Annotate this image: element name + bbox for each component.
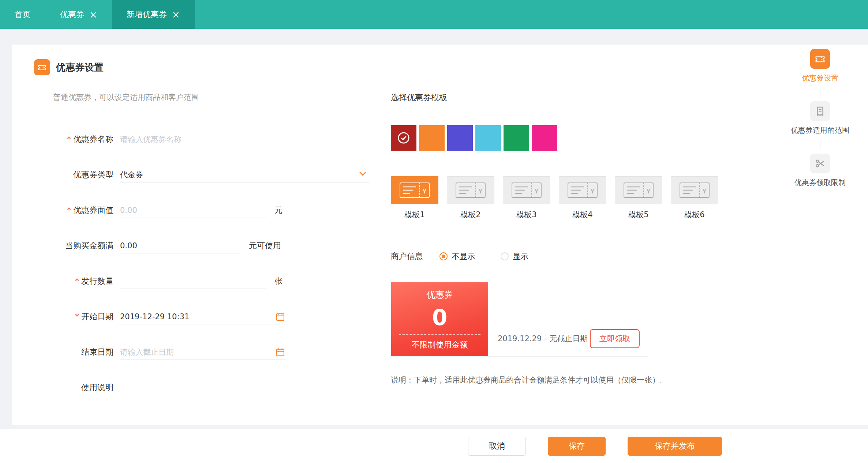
two-column-layout: 普通优惠券，可以设定适用商品和客户范围 *优惠券名称 优惠券类型 代金券 <box>34 75 772 415</box>
receipt-icon <box>810 101 830 121</box>
color-swatch-blue[interactable] <box>447 125 473 151</box>
footer-bar: 取消 保存 保存并发布 <box>0 429 868 463</box>
coupon-preview-right: 2019.12.29 - 无截止日期 立即领取 <box>488 282 648 356</box>
start-date-input[interactable] <box>120 309 275 324</box>
coupon-preview-amount: 0 <box>432 301 448 334</box>
template-label: 模板2 <box>447 210 494 220</box>
template-thumbnail[interactable] <box>559 176 606 204</box>
quantity-input[interactable] <box>120 274 266 289</box>
end-date-row: 结束日期 <box>34 345 391 360</box>
quantity-label: *发行数量 <box>34 276 120 287</box>
template-thumbnail[interactable] <box>503 176 550 204</box>
ticket-icon <box>566 181 599 199</box>
coupon-preview: 优惠券 0 不限制使用金额 2019.12.29 - 无截止日期 立即领取 <box>391 282 648 357</box>
tab-coupon[interactable]: 优惠券 × <box>45 0 112 29</box>
template-option-2[interactable]: 模板2 <box>447 176 494 220</box>
coupon-name-row: *优惠券名称 <box>34 132 391 147</box>
threshold-label: 当购买金额满 <box>34 240 120 251</box>
coupon-type-select[interactable]: 代金券 <box>120 167 369 182</box>
usage-note: 说明：下单时，适用此优惠券商品的合计金额满足条件才可以使用（仅限一张）。 <box>391 375 772 385</box>
template-label: 模板6 <box>671 210 718 220</box>
required-mark: * <box>67 135 71 144</box>
coupon-type-value: 代金券 <box>120 170 143 180</box>
template-picker: 选择优惠券模板 <box>391 75 772 415</box>
tab-home[interactable]: 首页 <box>0 0 45 29</box>
step-coupon-scope[interactable]: 优惠券适用的范围 <box>791 101 849 135</box>
scissors-icon <box>810 154 830 173</box>
face-value-label: *优惠券面值 <box>34 205 120 216</box>
coupon-preview-condition-wrap: 不限制使用金额 <box>399 334 480 356</box>
end-date-field[interactable] <box>120 345 285 360</box>
form-subtitle: 普通优惠券，可以设定适用商品和客户范围 <box>53 92 391 102</box>
steps-sidebar: 优惠券设置 优惠券适用的范围 <box>772 45 868 425</box>
top-tab-bar: 首页 优惠券 × 新增优惠券 × <box>0 0 868 29</box>
page-title: 优惠券设置 <box>56 61 104 74</box>
radio-hide-merchant[interactable]: 不显示 <box>439 251 475 261</box>
instructions-row: 使用说明 <box>34 380 391 395</box>
threshold-input[interactable] <box>120 238 241 253</box>
color-swatch-dark-red[interactable] <box>391 125 416 151</box>
tab-label: 首页 <box>15 9 31 20</box>
template-options: 模板1 模板2 模板3 <box>391 176 772 220</box>
template-option-3[interactable]: 模板3 <box>503 176 550 220</box>
coupon-name-input[interactable] <box>120 132 369 147</box>
ticket-icon <box>810 49 830 69</box>
template-thumbnail[interactable] <box>447 176 494 204</box>
cancel-button[interactable]: 取消 <box>468 437 526 456</box>
close-icon[interactable]: × <box>172 10 180 19</box>
color-swatch-green[interactable] <box>504 125 529 151</box>
coupon-preview-left: 优惠券 0 不限制使用金额 <box>391 282 488 356</box>
template-option-1[interactable]: 模板1 <box>391 176 438 220</box>
radio-icon[interactable] <box>501 252 509 260</box>
chevron-down-icon[interactable] <box>359 169 366 176</box>
radio-show-merchant[interactable]: 显示 <box>501 251 528 261</box>
ticket-icon <box>678 181 711 199</box>
step-coupon-settings[interactable]: 优惠券设置 <box>802 49 838 83</box>
template-thumbnail[interactable] <box>615 176 662 204</box>
step-connector <box>820 139 820 150</box>
calendar-icon[interactable] <box>275 312 285 322</box>
save-and-publish-button[interactable]: 保存并发布 <box>628 437 722 456</box>
coupon-preview-condition: 不限制使用金额 <box>412 340 468 349</box>
color-swatches <box>391 125 772 151</box>
template-thumbnail[interactable] <box>671 176 718 204</box>
start-date-row: *开始日期 <box>34 309 391 324</box>
radio-label: 显示 <box>513 251 528 261</box>
coupon-type-label: 优惠券类型 <box>34 169 120 180</box>
step-label: 优惠券设置 <box>802 73 838 83</box>
step-claim-limit[interactable]: 优惠券领取限制 <box>794 154 846 188</box>
page-header: 优惠券设置 <box>34 59 772 75</box>
ticket-icon <box>399 181 431 199</box>
coupon-settings-panel: 优惠券设置 普通优惠券，可以设定适用商品和客户范围 *优惠券名称 优惠券类型 <box>12 45 772 425</box>
template-label: 模板1 <box>391 210 438 220</box>
required-mark: * <box>67 206 71 215</box>
end-date-label: 结束日期 <box>34 347 120 358</box>
instructions-label: 使用说明 <box>34 382 120 393</box>
tab-new-coupon[interactable]: 新增优惠券 × <box>112 0 195 29</box>
coupon-type-row: 优惠券类型 代金券 <box>34 167 391 182</box>
content-region: 优惠券设置 普通优惠券，可以设定适用商品和客户范围 *优惠券名称 优惠券类型 <box>0 45 868 425</box>
threshold-row: 当购买金额满 元可使用 <box>34 238 391 253</box>
tab-label: 优惠券 <box>60 9 84 20</box>
instructions-input[interactable] <box>120 380 369 395</box>
template-option-5[interactable]: 模板5 <box>615 176 662 220</box>
close-icon[interactable]: × <box>89 10 97 19</box>
start-date-field[interactable] <box>120 309 285 324</box>
template-label: 模板5 <box>615 210 662 220</box>
color-swatch-orange[interactable] <box>419 125 445 151</box>
radio-label: 不显示 <box>452 251 475 261</box>
face-value-input[interactable] <box>120 203 266 218</box>
save-button[interactable]: 保存 <box>548 437 606 456</box>
template-option-4[interactable]: 模板4 <box>559 176 606 220</box>
calendar-icon[interactable] <box>275 347 285 357</box>
radio-icon[interactable] <box>439 252 448 260</box>
ticket-icon <box>622 181 655 199</box>
template-thumbnail[interactable] <box>391 176 438 204</box>
template-option-6[interactable]: 模板6 <box>671 176 718 220</box>
top-spacer <box>0 29 868 45</box>
color-swatch-magenta[interactable] <box>532 125 557 151</box>
required-mark: * <box>75 312 79 321</box>
required-mark: * <box>75 276 79 286</box>
color-swatch-cyan[interactable] <box>475 125 501 151</box>
end-date-input[interactable] <box>120 345 275 360</box>
